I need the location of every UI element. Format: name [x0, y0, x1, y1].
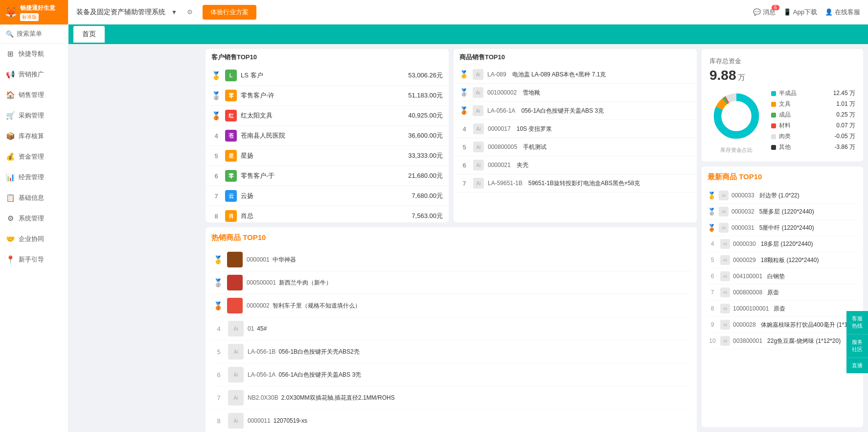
sidebar-item-operation[interactable]: 📊 经营管理 — [0, 167, 68, 188]
hot-product-name: 新西兰牛肉（新牛） — [279, 279, 332, 287]
rank-number: 6 — [459, 162, 469, 169]
hot-product-code: LA-056-1A — [248, 371, 275, 378]
new-product-thumb: Ai — [720, 255, 730, 265]
operation-icon: 📊 — [6, 173, 15, 182]
sidebar-item-label: 销售管理 — [19, 91, 44, 99]
hot-product-code: 0000001 — [247, 256, 270, 263]
new-product-name: 5厘中纤 (1220*2440) — [759, 224, 814, 232]
new-product-row: 🥈 Ai 0000032 5厘多层 (1220*2440) — [708, 204, 857, 220]
legend-name: 肉类 — [779, 132, 831, 141]
rank-number: 7 — [211, 192, 221, 200]
rank-avatar: 云 — [225, 190, 237, 202]
customer-rank-row: 🥈 零 零售客户-许 51,183.00元 — [206, 86, 449, 106]
online-service-button[interactable]: 👤 在线客服 — [825, 8, 860, 17]
sidebar: 🦊 畅捷通好生意 标准版 🔍 搜索菜单 ⊞ 快捷导航 📢 营销推广 🏠 销售管理… — [0, 0, 69, 432]
product-sales-list: 🥇 Ai LA-089 电池盖 LA-089 ABS本色+黑种 7.1克 🥈 A… — [454, 66, 697, 192]
settings-button[interactable]: ⚙ — [183, 5, 197, 19]
hot-product-row: 7 Ai NB2.0X30B 2.0X30MM双插花轴,插花直径2.1MM/RO… — [211, 386, 691, 409]
new-products-title: 最新商品 TOP10 — [708, 172, 857, 182]
service-label: 在线客服 — [835, 8, 860, 17]
rank-avatar: L — [225, 70, 237, 81]
hot-product-row: 6 Ai LA-056-1A 056-1A白色按键开关盖ABS 3壳 — [211, 363, 691, 386]
sidebar-item-purchase[interactable]: 🛒 采购管理 — [0, 105, 68, 126]
hot-product-name: 中华神器 — [273, 256, 296, 264]
new-product-name: 原壶 — [774, 305, 785, 313]
inventory-chart-label: 库存资金占比 — [709, 146, 763, 154]
new-product-row: 4 Ai 0000030 18多层 (1220*2440) — [708, 236, 857, 252]
rank-medal: 🥈 — [213, 278, 223, 288]
hot-product-name: 056-1A白色按键开关盖ABS 3壳 — [278, 371, 361, 379]
rank-name: 星扬 — [241, 151, 404, 160]
rank-number: 9 — [708, 321, 717, 328]
chevron-down-icon: ▼ — [171, 9, 177, 16]
new-product-name: 5厘多层 (1220*2440) — [759, 208, 814, 216]
float-service-community[interactable]: 服务 社区 — [846, 335, 868, 358]
new-product-row: 9 Ai 0000028 体婉嘉枝味苏打饮品400毫升 (1*15) — [708, 317, 857, 333]
guide-icon: 📍 — [6, 255, 15, 264]
hot-product-code: 01 — [248, 325, 254, 332]
rank-amount: 7,680.00元 — [411, 192, 443, 200]
new-products-section: 最新商品 TOP10 🥇 Ai 0000033 封边带 (1.0*22) 🥈 A… — [702, 167, 863, 427]
product-code: LA-056-1A — [487, 107, 515, 114]
sidebar-item-sales[interactable]: 🏠 销售管理 — [0, 85, 68, 105]
customer-ranking-header: 客户销售TOP10 — [206, 49, 449, 66]
hot-product-row: 🥉 0000002 智利车子里（规格不知道填什么） — [211, 294, 691, 317]
new-product-code: 0000029 — [733, 257, 756, 264]
hot-product-row: 8 Ai 0000011 12070519-xs — [211, 409, 691, 432]
new-product-code: 10000100001 — [733, 305, 769, 312]
app-download-button[interactable]: 📱 App下载 — [783, 8, 817, 17]
new-product-row: 7 Ai 000800008 原壶 — [708, 285, 857, 301]
hot-product-code: 0000002 — [247, 302, 270, 309]
product-sales-panel: 商品销售TOP10 🥇 Ai LA-089 电池盖 LA-089 ABS本色+黑… — [454, 49, 697, 222]
header-dropdown[interactable]: ▼ — [171, 9, 177, 16]
new-product-thumb: Ai — [719, 207, 729, 216]
tab-home[interactable]: 首页 — [73, 26, 105, 43]
rank-amount: 36,600.00元 — [408, 131, 443, 140]
float-service-hotline[interactable]: 客服 热线 — [846, 311, 868, 335]
product-thumbnail — [227, 252, 243, 267]
hot-product-row: 5 Ai LA-056-1B 056-1B白色按键开关壳ABS2壳 — [211, 340, 691, 363]
sidebar-item-label: 营销推广 — [19, 70, 44, 79]
new-product-name: 白钢垫 — [767, 272, 785, 281]
inventory-amount-row: 9.88 万 — [709, 68, 855, 83]
inventory-card: 库存总资金 9.88 万 — [702, 49, 863, 162]
rank-amount: 51,183.00元 — [408, 91, 443, 100]
legend-dot — [771, 145, 776, 150]
product-sales-header: 商品销售TOP10 — [454, 49, 697, 66]
rank-name: 零售客户-许 — [241, 91, 404, 100]
sidebar-item-quick-nav[interactable]: ⊞ 快捷导航 — [0, 44, 68, 64]
donut-chart — [709, 89, 763, 143]
try-button[interactable]: 体验行业方案 — [203, 5, 256, 20]
rank-name: LS 客户 — [241, 71, 404, 80]
sidebar-item-finance[interactable]: 💰 资金管理 — [0, 146, 68, 167]
sidebar-search[interactable]: 🔍 搜索菜单 — [0, 24, 68, 44]
product-code: 0000021 — [488, 162, 511, 168]
product-thumb-placeholder: Ai — [228, 413, 244, 429]
new-product-name: 原壶 — [767, 288, 779, 297]
rank-number: 7 — [213, 394, 224, 402]
sidebar-item-guide[interactable]: 📍 新手引导 — [0, 249, 68, 270]
customer-rank-row: 7 云 云扬 7,680.00元 — [206, 186, 449, 206]
legend-name: 其他 — [779, 143, 831, 151]
hot-product-code: LA-056-1B — [248, 348, 275, 355]
customer-ranking-panel: 客户销售TOP10 🥇 L LS 客户 53,006.26元 🥈 零 零售客户-… — [206, 49, 449, 222]
message-button[interactable]: 💬 消息 6 — [753, 8, 776, 17]
sidebar-item-inventory[interactable]: 📦 库存核算 — [0, 126, 68, 146]
rank-number: 8 — [708, 305, 717, 312]
sidebar-item-basic[interactable]: 📋 基础信息 — [0, 188, 68, 208]
rank-amount: 53,006.26元 — [408, 71, 443, 80]
legend-item: 其他 -3.86 万 — [771, 143, 855, 151]
rank-medal: 🥉 — [459, 106, 469, 115]
rank-amount: 21,680.00元 — [408, 171, 443, 180]
sidebar-item-coop[interactable]: 🤝 企业协同 — [0, 229, 68, 249]
legend-item: 文具 1.01 万 — [771, 100, 855, 108]
product-name: 电池盖 LA-089 ABS本色+黑种 7.1克 — [512, 71, 691, 79]
sidebar-item-system[interactable]: ⚙ 系统管理 — [0, 208, 68, 229]
new-product-code: 0000033 — [731, 192, 754, 199]
float-service: 客服 热线 服务 社区 直播 — [846, 311, 868, 373]
customer-rank-row: 5 星 星扬 33,333.00元 — [206, 146, 449, 166]
float-service-live[interactable]: 直播 — [846, 358, 868, 373]
rank-avatar: 星 — [225, 150, 237, 162]
sidebar-item-marketing[interactable]: 📢 营销推广 — [0, 64, 68, 85]
content-area: 客户销售TOP10 🥇 L LS 客户 53,006.26元 🥈 零 零售客户-… — [69, 44, 868, 432]
